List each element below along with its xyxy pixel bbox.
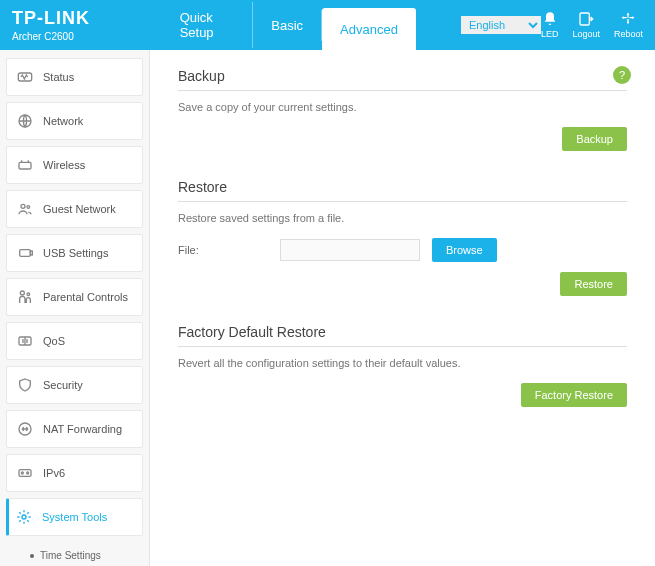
sidebar-item-ipv6[interactable]: IPv6 — [6, 454, 143, 492]
sidebar-item-network[interactable]: Network — [6, 102, 143, 140]
wireless-icon — [17, 157, 33, 173]
nat-icon — [17, 421, 33, 437]
logo-area: TP-LINK Archer C2600 — [12, 8, 144, 42]
sidebar-item-status[interactable]: Status — [6, 58, 143, 96]
bell-icon — [542, 11, 558, 27]
sidebar-item-system-tools[interactable]: System Tools — [6, 498, 143, 536]
restore-desc: Restore saved settings from a file. — [178, 212, 627, 224]
sidebar-item-wireless[interactable]: Wireless — [6, 146, 143, 184]
svg-rect-0 — [580, 13, 589, 25]
backup-section: Backup Save a copy of your current setti… — [178, 68, 627, 151]
backup-button[interactable]: Backup — [562, 127, 627, 151]
globe-icon — [17, 113, 33, 129]
header-bar: TP-LINK Archer C2600 Quick Setup Basic A… — [0, 0, 655, 50]
backup-title: Backup — [178, 68, 627, 91]
guest-icon — [17, 201, 33, 217]
file-row: File: Browse — [178, 238, 627, 262]
qos-icon — [17, 333, 33, 349]
tab-advanced[interactable]: Advanced — [322, 8, 416, 51]
svg-point-5 — [27, 206, 30, 209]
svg-point-4 — [21, 204, 25, 208]
sidebar-item-nat[interactable]: NAT Forwarding — [6, 410, 143, 448]
sub-item-time[interactable]: Time Settings — [6, 542, 143, 566]
svg-point-8 — [20, 291, 24, 295]
file-input[interactable] — [280, 239, 420, 261]
svg-point-14 — [27, 472, 29, 474]
led-button[interactable]: LED — [541, 11, 559, 39]
status-icon — [17, 69, 33, 85]
backup-desc: Save a copy of your current settings. — [178, 101, 627, 113]
model-text: Archer C2600 — [12, 31, 144, 42]
reboot-button[interactable]: Reboot — [614, 11, 643, 39]
tab-quick-setup[interactable]: Quick Setup — [162, 2, 254, 48]
restore-section: Restore Restore saved settings from a fi… — [178, 179, 627, 296]
parental-icon — [17, 289, 33, 305]
header-utils: LED Logout Reboot — [541, 11, 643, 39]
svg-rect-3 — [19, 162, 31, 169]
help-button[interactable]: ? — [613, 66, 631, 84]
sidebar-item-qos[interactable]: QoS — [6, 322, 143, 360]
factory-section: Factory Default Restore Revert all the c… — [178, 324, 627, 407]
shield-icon — [17, 377, 33, 393]
factory-restore-button[interactable]: Factory Restore — [521, 383, 627, 407]
bullet-icon — [30, 554, 34, 558]
brand-text: TP-LINK — [12, 8, 144, 29]
browse-button[interactable]: Browse — [432, 238, 497, 262]
svg-rect-7 — [30, 251, 32, 255]
ipv6-icon — [17, 465, 33, 481]
sidebar: Status Network Wireless Guest Network US… — [0, 50, 150, 566]
sidebar-item-security[interactable]: Security — [6, 366, 143, 404]
tab-basic[interactable]: Basic — [253, 10, 322, 41]
svg-point-9 — [27, 293, 30, 296]
gear-icon — [16, 509, 32, 525]
restore-button[interactable]: Restore — [560, 272, 627, 296]
reboot-icon — [620, 11, 636, 27]
restore-title: Restore — [178, 179, 627, 202]
logout-icon — [578, 11, 594, 27]
svg-rect-6 — [20, 250, 31, 257]
main-tabs: Quick Setup Basic Advanced — [162, 0, 416, 51]
factory-desc: Revert all the configuration settings to… — [178, 357, 627, 369]
sidebar-item-guest[interactable]: Guest Network — [6, 190, 143, 228]
language-selector[interactable]: English — [461, 16, 541, 34]
sidebar-item-usb[interactable]: USB Settings — [6, 234, 143, 272]
logout-button[interactable]: Logout — [572, 11, 600, 39]
usb-icon — [17, 245, 33, 261]
file-label: File: — [178, 244, 268, 256]
factory-title: Factory Default Restore — [178, 324, 627, 347]
sidebar-item-parental[interactable]: Parental Controls — [6, 278, 143, 316]
svg-point-13 — [21, 472, 23, 474]
svg-point-15 — [22, 515, 26, 519]
content-area: ? Backup Save a copy of your current set… — [150, 50, 655, 566]
language-dropdown[interactable]: English — [461, 16, 541, 34]
